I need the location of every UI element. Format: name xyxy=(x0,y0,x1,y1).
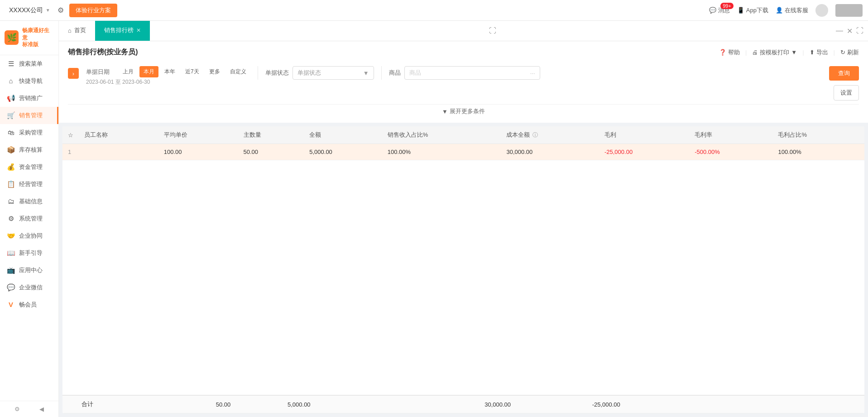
footer-quantity: 50.00 xyxy=(211,395,282,413)
sidebar-item-basic-info[interactable]: 🗂 基础信息 xyxy=(0,193,58,210)
sidebar-item-purchase[interactable]: 🛍 采购管理 xyxy=(0,124,58,141)
footer-total: 5,000.00 xyxy=(282,395,372,413)
date-btn-this-year[interactable]: 本年 xyxy=(160,66,179,77)
message-icon: 💬 xyxy=(709,7,716,14)
expand-more-label: 展开更多条件 xyxy=(450,107,485,115)
message-button[interactable]: 💬 消息 99+ xyxy=(709,6,730,14)
divider2: | xyxy=(802,49,804,56)
sidebar-collapse-icon[interactable]: ◀ xyxy=(39,406,44,412)
company-selector[interactable]: XXXXX公司 ▼ xyxy=(5,5,54,16)
date-btn-more[interactable]: 更多 xyxy=(205,66,224,77)
sidebar-item-enterprise[interactable]: 🤝 企业协同 xyxy=(0,227,58,244)
top-right-area: 💬 消息 99+ 📱 App下载 👤 在线客服 xyxy=(709,4,863,17)
sidebar-item-inventory[interactable]: 📦 库存核算 xyxy=(0,141,58,158)
data-table: ☆ 员工名称 平均单价 主数量 全额 销售收入占比% 成本全额 ⓘ 毛利 毛利率… xyxy=(62,126,864,160)
settings-button[interactable]: 设置 xyxy=(834,85,859,101)
quick-nav-icon: ⌂ xyxy=(6,77,15,85)
export-button[interactable]: ⬆ 导出 xyxy=(810,48,828,57)
sidebar-item-finance[interactable]: 💰 资金管理 xyxy=(0,158,58,176)
date-btn-this-month[interactable]: 本月 xyxy=(139,66,158,77)
footer-profit-pct xyxy=(775,395,864,413)
settings-icon[interactable]: ⚙ xyxy=(58,6,64,14)
filter-toggle-icon[interactable]: › xyxy=(68,68,79,79)
cell-profit-pct: 100.00% xyxy=(772,144,864,160)
sidebar-item-member[interactable]: V 畅会员 xyxy=(0,296,58,313)
print-label: 按模板打印 xyxy=(760,48,789,57)
header-actions: ❓ 帮助 | 🖨 按模板打印 ▼ | ⬆ 导出 | xyxy=(719,48,859,57)
sidebar-label-inventory: 库存核算 xyxy=(19,146,43,154)
trial-button[interactable]: 体验行业方案 xyxy=(69,4,117,17)
status-select-value: 单据状态 xyxy=(297,69,321,77)
sidebar-item-guide[interactable]: 📖 新手引导 xyxy=(0,244,58,262)
app-download-button[interactable]: 📱 App下载 xyxy=(737,6,768,14)
sales-icon: 🛒 xyxy=(6,111,15,120)
print-button[interactable]: 🖨 按模板打印 ▼ xyxy=(752,48,797,57)
sidebar-label-marketing: 营销推广 xyxy=(19,94,43,102)
cell-profit: -25,000.00 xyxy=(599,144,689,160)
window-close-icon[interactable]: ✕ xyxy=(847,27,853,35)
status-filter: 单据状态 单据状态 ▼ xyxy=(265,66,374,80)
th-sales-pct: 销售收入占比% xyxy=(382,126,501,144)
sidebar-item-system[interactable]: ⚙ 系统管理 xyxy=(0,210,58,227)
footer-profit: -25,000.00 xyxy=(587,395,686,413)
cost-info-icon[interactable]: ⓘ xyxy=(532,132,538,138)
cell-sales-pct: 100.00% xyxy=(382,144,501,160)
query-button[interactable]: 查询 xyxy=(829,66,859,81)
help-label: 帮助 xyxy=(728,48,740,57)
sidebar-item-quick-nav[interactable]: ⌂ 快捷导航 xyxy=(0,72,58,90)
window-minimize-icon[interactable]: — xyxy=(836,27,843,35)
help-button[interactable]: ❓ 帮助 xyxy=(719,48,740,57)
th-settings[interactable]: ☆ xyxy=(62,126,79,144)
filter-area: › 单据日期 上月 本月 本年 近7天 更多 自定义 xyxy=(59,62,868,123)
th-total: 全额 xyxy=(304,126,382,144)
tab-home[interactable]: ⌂ 首页 xyxy=(59,21,95,41)
cell-cost: 30,000.00 xyxy=(501,144,599,160)
sidebar-item-marketing[interactable]: 📢 营销推广 xyxy=(0,90,58,107)
cell-quantity: 50.00 xyxy=(238,144,304,160)
print-dropdown-icon: ▼ xyxy=(791,49,797,56)
chevron-down-icon: ▼ xyxy=(46,8,50,13)
refresh-label: 刷新 xyxy=(847,48,859,57)
sidebar-bottom: ⚙ ◀ xyxy=(0,401,58,417)
sidebar-item-app-center[interactable]: 📺 应用中心 xyxy=(0,262,58,279)
sidebar: 🌿 畅康通好生意标准版 ☰ 搜索菜单 ⌂ 快捷导航 📢 营销推广 🛒 销售管理 … xyxy=(0,21,59,417)
sidebar-label-enterprise: 企业协同 xyxy=(19,232,43,240)
window-expand-icon[interactable]: ⛶ xyxy=(856,27,863,35)
page-header: 销售排行榜(按业务员) ❓ 帮助 | 🖨 按模板打印 ▼ | ⬆ xyxy=(59,41,868,62)
sidebar-settings-icon[interactable]: ⚙ xyxy=(14,406,20,412)
expand-more-button[interactable]: ▼ 展开更多条件 xyxy=(68,104,859,118)
finance-icon: 💰 xyxy=(6,163,15,171)
status-select[interactable]: 单据状态 ▼ xyxy=(293,66,374,80)
search-order-icon: ☰ xyxy=(6,60,15,68)
sidebar-label-system: 系统管理 xyxy=(19,215,43,223)
th-profit: 毛利 xyxy=(599,126,689,144)
filter-divider1 xyxy=(258,66,258,80)
refresh-button[interactable]: ↻ 刷新 xyxy=(840,48,859,57)
sidebar-label-search-order: 搜索菜单 xyxy=(19,60,43,68)
avatar[interactable] xyxy=(815,4,828,17)
table-container: ☆ 员工名称 平均单价 主数量 全额 销售收入占比% 成本全额 ⓘ 毛利 毛利率… xyxy=(62,126,864,413)
sidebar-label-sales: 销售管理 xyxy=(19,111,43,120)
tab-expand-icon[interactable]: ⛶ xyxy=(484,27,501,35)
tab-bar: ⌂ 首页 销售排行榜 ✕ ⛶ — ✕ ⛶ xyxy=(59,21,868,41)
sidebar-item-search-order[interactable]: ☰ 搜索菜单 xyxy=(0,55,58,72)
sidebar-item-sales[interactable]: 🛒 销售管理 xyxy=(0,107,58,124)
print-icon: 🖨 xyxy=(752,49,758,56)
date-btn-custom[interactable]: 自定义 xyxy=(226,66,250,77)
date-btn-7days[interactable]: 近7天 xyxy=(181,66,203,77)
goods-input[interactable]: 商品 ··· xyxy=(404,66,540,80)
avatar2[interactable] xyxy=(835,4,863,17)
tab-sales-rank-label: 销售排行榜 xyxy=(104,26,134,34)
th-profit-rate: 毛利率 xyxy=(689,126,772,144)
page-title: 销售排行榜(按业务员) xyxy=(68,48,138,57)
th-name: 员工名称 xyxy=(79,126,158,144)
tab-sales-rank[interactable]: 销售排行榜 ✕ xyxy=(95,21,150,41)
date-btn-last-month[interactable]: 上月 xyxy=(119,66,138,77)
sidebar-item-operations[interactable]: 📋 经营管理 xyxy=(0,176,58,193)
table-footer-row: 合计 50.00 5,000.00 30,000.00 -25,000.00 xyxy=(62,395,864,413)
home-icon: ⌂ xyxy=(68,27,72,34)
online-service-button[interactable]: 👤 在线客服 xyxy=(776,6,808,14)
sidebar-item-enterprise-wechat[interactable]: 💬 企业微信 xyxy=(0,279,58,296)
tab-close-icon[interactable]: ✕ xyxy=(136,27,141,34)
sidebar-label-purchase: 采购管理 xyxy=(19,129,43,137)
